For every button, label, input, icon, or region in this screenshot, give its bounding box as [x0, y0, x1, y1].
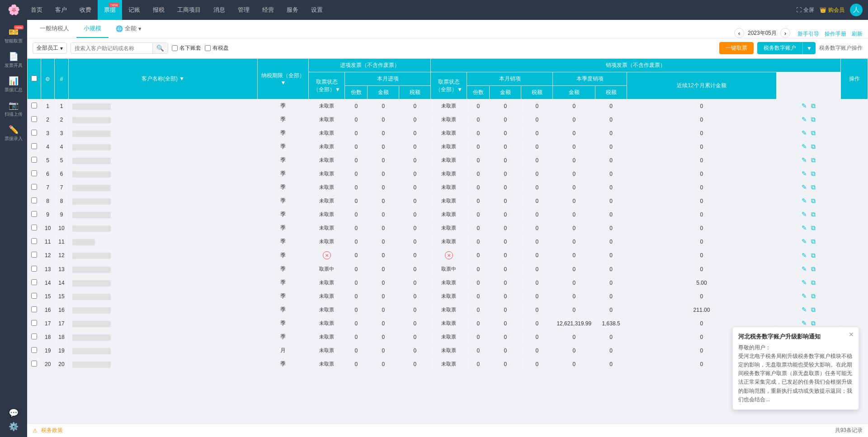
row-checkbox[interactable] — [31, 252, 37, 258]
edit-icon[interactable]: ✎ — [800, 211, 808, 218]
tab-small-scale[interactable]: 小规模 — [76, 20, 108, 38]
edit-icon[interactable]: ✎ — [800, 183, 808, 191]
row-checkbox[interactable] — [31, 225, 37, 230]
row-checkbox[interactable] — [31, 211, 37, 217]
nav-home[interactable]: 首页 — [24, 0, 49, 20]
row-checkbox[interactable] — [31, 184, 37, 190]
td-checkbox[interactable] — [28, 344, 41, 357]
nav-business[interactable]: 工商项目 — [171, 0, 207, 20]
has-tax-check[interactable]: 有税盘 — [205, 44, 229, 52]
sidebar-item-invoice-issue[interactable]: 📄 发票开具 — [0, 48, 27, 72]
td-checkbox[interactable] — [28, 263, 41, 276]
td-checkbox[interactable] — [28, 99, 41, 113]
nav-tax[interactable]: 报税 — [146, 0, 171, 20]
td-checkbox[interactable] — [28, 317, 41, 330]
manual-link[interactable]: 操作手册 — [825, 30, 846, 38]
app-logo[interactable]: 🌸 — [5, 2, 22, 18]
edit-icon[interactable]: ✎ — [800, 197, 808, 204]
td-checkbox[interactable] — [28, 290, 41, 303]
search-input[interactable] — [71, 44, 152, 53]
td-checkbox[interactable] — [28, 154, 41, 167]
select-all-checkbox[interactable] — [31, 75, 37, 81]
edit-icon[interactable]: ✎ — [800, 279, 808, 286]
row-checkbox[interactable] — [31, 157, 37, 163]
row-checkbox[interactable] — [31, 238, 37, 244]
tax-digital-dropdown[interactable]: ▼ — [802, 42, 816, 54]
sidebar-item-scan-upload[interactable]: 📷 扫描上传 — [0, 97, 27, 121]
edit-icon[interactable]: ✎ — [800, 156, 808, 164]
td-checkbox[interactable] — [28, 113, 41, 127]
sidebar-settings-icon[interactable]: ⚙️ — [9, 422, 19, 432]
td-checkbox[interactable] — [28, 140, 41, 154]
sidebar-item-smart-ticket[interactable]: 🎫 智能取票 new — [0, 23, 27, 48]
edit-icon[interactable]: ✎ — [800, 129, 808, 136]
edit-icon[interactable]: ✎ — [800, 102, 808, 109]
prev-period-button[interactable]: ‹ — [734, 28, 744, 38]
copy-icon[interactable]: ⧉ — [810, 211, 817, 218]
edit-icon[interactable]: ✎ — [800, 252, 808, 259]
copy-icon[interactable]: ⧉ — [810, 224, 817, 231]
row-checkbox[interactable] — [31, 334, 37, 339]
edit-icon[interactable]: ✎ — [800, 143, 808, 150]
td-checkbox[interactable] — [28, 221, 41, 235]
row-checkbox[interactable] — [31, 266, 37, 272]
fullscreen-button[interactable]: ⛶ 全屏 — [796, 6, 814, 14]
edit-icon[interactable]: ✎ — [800, 170, 808, 177]
refresh-link[interactable]: 刷新 — [852, 30, 863, 38]
name-account-check[interactable]: 名下账套 — [172, 44, 201, 52]
name-account-checkbox[interactable] — [172, 45, 178, 51]
copy-icon[interactable]: ⧉ — [810, 252, 817, 259]
edit-icon[interactable]: ✎ — [800, 238, 808, 245]
sidebar-item-invoice-summary[interactable]: 📊 票据汇总 — [0, 72, 27, 97]
td-checkbox[interactable] — [28, 208, 41, 221]
row-checkbox[interactable] — [31, 347, 37, 353]
row-checkbox[interactable] — [31, 361, 37, 367]
th-outcome-fetch-status[interactable]: 取票状态 （全部）▼ — [431, 72, 467, 99]
copy-icon[interactable]: ⧉ — [810, 183, 817, 191]
copy-icon[interactable]: ⧉ — [810, 197, 817, 204]
next-period-button[interactable]: › — [780, 28, 790, 38]
copy-icon[interactable]: ⧉ — [810, 238, 817, 245]
user-avatar[interactable]: 人 — [850, 4, 863, 16]
row-checkbox[interactable] — [31, 170, 37, 176]
employee-select[interactable]: 全部员工 ▾ — [33, 42, 67, 54]
nav-clients[interactable]: 客户 — [49, 0, 73, 20]
td-checkbox[interactable] — [28, 167, 41, 181]
edit-icon[interactable]: ✎ — [800, 265, 808, 273]
copy-icon[interactable]: ⧉ — [810, 143, 817, 150]
nav-operation[interactable]: 经营 — [256, 0, 280, 20]
copy-icon[interactable]: ⧉ — [810, 306, 817, 313]
policy-link[interactable]: 税务政策 — [41, 427, 63, 434]
search-button[interactable]: 🔍 — [152, 43, 168, 53]
nav-messages[interactable]: 消息 — [207, 0, 231, 20]
nav-manage[interactable]: 管理 — [231, 0, 256, 20]
row-checkbox[interactable] — [31, 103, 37, 108]
notification-close-button[interactable]: ✕ — [849, 331, 854, 338]
sidebar-item-invoice-entry[interactable]: ✏️ 票据录入 — [0, 121, 27, 146]
one-click-button[interactable]: 一键取票 — [719, 42, 754, 54]
td-checkbox[interactable] — [28, 127, 41, 140]
copy-icon[interactable]: ⧉ — [810, 116, 817, 123]
th-tax-period[interactable]: 纳税期限（全部）▼ — [258, 59, 309, 99]
td-checkbox[interactable] — [28, 249, 41, 263]
copy-icon[interactable]: ⧉ — [810, 129, 817, 136]
row-checkbox[interactable] — [31, 279, 37, 285]
has-tax-checkbox[interactable] — [205, 45, 211, 51]
td-checkbox[interactable] — [28, 194, 41, 208]
td-checkbox[interactable] — [28, 276, 41, 290]
sidebar-chat-icon[interactable]: 💬 — [9, 408, 19, 418]
edit-icon[interactable]: ✎ — [800, 292, 808, 300]
row-checkbox[interactable] — [31, 197, 37, 203]
copy-icon[interactable]: ⧉ — [810, 102, 817, 109]
td-checkbox[interactable] — [28, 181, 41, 194]
row-checkbox[interactable] — [31, 130, 37, 136]
edit-icon[interactable]: ✎ — [800, 116, 808, 123]
tax-digital-button[interactable]: 税务数字账户 — [757, 42, 802, 54]
row-checkbox[interactable] — [31, 116, 37, 122]
edit-icon[interactable]: ✎ — [800, 306, 808, 313]
new-guide-link[interactable]: 新手引导 — [797, 30, 819, 38]
row-checkbox[interactable] — [31, 320, 37, 326]
th-client-name[interactable]: 客户名称(全部) ▼ — [68, 59, 258, 99]
edit-icon[interactable]: ✎ — [800, 224, 808, 231]
copy-icon[interactable]: ⧉ — [810, 265, 817, 273]
